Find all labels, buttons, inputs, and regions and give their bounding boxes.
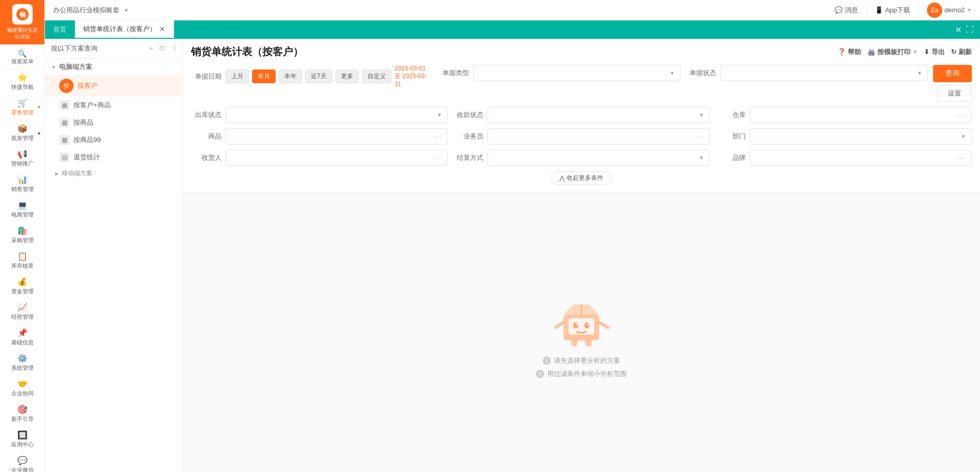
export-btn[interactable]: ⬇ 导出 — [924, 48, 945, 57]
out-status-field[interactable]: ▼ — [226, 107, 448, 123]
sidebar-item-sales[interactable]: 📊 销售管理 — [0, 171, 44, 197]
date-btn-7days[interactable]: 近7天 — [305, 69, 332, 83]
sidebar-item-newbie[interactable]: 🎯 新手引导 — [0, 401, 44, 427]
out-status-arrow-icon: ▼ — [436, 112, 442, 118]
date-btn-custom[interactable]: 自定义 — [362, 69, 391, 83]
filter-row2: 出库状态 ▼ 收款状态 ▼ 仓库 — [191, 107, 972, 123]
mobile-scheme-group-header[interactable]: ▶ 移动端方案 — [45, 166, 182, 181]
help-btn[interactable]: ❓ 帮助 — [838, 48, 861, 57]
sidebar-item-wholesale[interactable]: 📦 批发管理 ▲ — [0, 120, 44, 146]
logo-text: 畅捷通好生意 — [7, 27, 38, 33]
department-field[interactable]: ▼ — [750, 128, 972, 145]
sidebar-item-system[interactable]: ⚙️ 系统管理 — [0, 350, 44, 375]
sidebar-item-finance[interactable]: 💰 资金管理 — [0, 273, 44, 299]
filter-title: 销货单统计表（按客户） ❓ 帮助 🖨️ 按模板打印 ▼ ⬇ — [191, 45, 972, 59]
sidebar-item-retail[interactable]: 🛒 零售管理 ▼ — [0, 95, 44, 120]
date-btn-last-month[interactable]: 上月 — [226, 69, 249, 83]
print-icon: 🖨️ — [867, 48, 875, 56]
sidebar-item-enterprise[interactable]: 🤝 企业协同 — [0, 375, 44, 401]
empty-tip1: 1 请先选择要分析的方案 — [543, 356, 620, 365]
retail-icon: 🛒 — [17, 98, 28, 108]
by-goods-icon: ▦ — [59, 117, 69, 128]
department-arrow-icon: ▼ — [961, 133, 966, 139]
by-goods-label: 按商品 — [74, 118, 93, 127]
goods-field[interactable]: ··· — [226, 128, 448, 145]
sidebar-item-shortcuts[interactable]: ⭐ 快捷导航 — [0, 69, 44, 95]
query-button[interactable]: 查询 — [933, 65, 972, 82]
export-icon: ⬇ — [924, 48, 929, 56]
mobile-scheme-group: ▶ 移动端方案 — [45, 166, 182, 181]
date-btn-this-year[interactable]: 本年 — [279, 69, 302, 83]
messages-btn[interactable]: 💬 消息 — [835, 6, 858, 15]
tab-home[interactable]: 首页 — [45, 20, 75, 39]
sidebar-item-operation[interactable]: 📈 经营管理 — [0, 299, 44, 324]
scheme-item-by-customer-goods[interactable]: ▦ 按客户+商品 — [45, 97, 182, 114]
settings-scheme-icon[interactable]: ⊙ — [159, 44, 165, 53]
date-btn-more[interactable]: 更多 — [335, 69, 359, 83]
sidebar-item-inventory[interactable]: 📋 库存核算 — [0, 248, 44, 273]
sidebar-item-appcenter[interactable]: 🔲 应用中心 — [0, 427, 44, 452]
collapse-btn[interactable]: ⋀ 收起更多条件 — [551, 171, 612, 185]
sidebar-item-purchase[interactable]: 🛍️ 采购管理 — [0, 222, 44, 248]
mobile-icon: 📱 — [875, 6, 883, 14]
doc-type-arrow-icon: ▼ — [669, 70, 675, 76]
scheme-item-by-goods[interactable]: ▦ 按商品 — [45, 114, 182, 131]
tab-minimize-icon[interactable]: ✕ — [955, 25, 962, 35]
out-status-label: 出库状态 — [191, 110, 222, 120]
pc-group-label: 电脑端方案 — [59, 62, 92, 72]
svg-point-8 — [576, 323, 578, 325]
add-scheme-icon[interactable]: ＋ — [148, 44, 155, 53]
template-print-btn[interactable]: 🖨️ 按模板打印 ▼ — [867, 48, 918, 57]
collect-status-field[interactable]: ▼ — [487, 107, 709, 123]
tab-bar: 首页 销货单统计表（按客户） ✕ ✕ ⛶ — [45, 20, 980, 39]
header-right: 💬 消息 📱 App下载 Ea demo2 ▼ — [835, 3, 972, 18]
collect-status-arrow-icon: ▼ — [699, 112, 704, 118]
settlement-arrow-icon: ▼ — [699, 155, 704, 161]
date-filter-group: 上月 本月 本年 近7天 更多 自定义 2023-03-01 至 2023-03… — [226, 65, 433, 88]
settings-button[interactable]: 设置 — [937, 85, 972, 102]
user-menu-btn[interactable]: Ea demo2 ▼ — [927, 3, 972, 18]
svg-rect-5 — [569, 318, 594, 335]
doc-status-field[interactable]: ▼ — [720, 65, 928, 81]
settlement-label: 结算方式 — [453, 153, 483, 162]
warehouse-field[interactable]: ··· — [750, 107, 972, 123]
consignee-field[interactable]: ··· — [226, 150, 448, 166]
sidebar-item-basic[interactable]: 📌 基础信息 — [0, 324, 44, 350]
goods-cell: 商品 ··· — [191, 128, 448, 145]
return-stat-icon: ▤ — [59, 152, 69, 162]
purchase-icon: 🛍️ — [17, 226, 28, 235]
scheme-item-by-customer[interactable]: 按 按客户 — [45, 75, 182, 97]
brand-field[interactable]: ··· — [750, 150, 972, 166]
page-title: 销货单统计表（按客户） — [191, 45, 303, 59]
wholesale-icon: 📦 — [17, 124, 28, 133]
tab-close-icon[interactable]: ✕ — [159, 26, 165, 33]
scheme-item-by-goods-99[interactable]: ▦ 按商品99 — [45, 131, 182, 149]
app-download-btn[interactable]: 📱 App下载 — [875, 6, 910, 15]
sidebar-item-corpwechat[interactable]: 💬 企业微信 — [0, 452, 44, 472]
sales-icon: 📊 — [17, 175, 28, 184]
pc-scheme-group-header[interactable]: ▼ 电脑端方案 — [45, 59, 182, 75]
newbie-icon: 🎯 — [17, 405, 28, 414]
settlement-field[interactable]: ▼ — [487, 150, 709, 166]
tab-expand-icon[interactable]: ⛶ — [966, 25, 974, 34]
doc-status-arrow-icon: ▼ — [917, 70, 922, 76]
salesperson-field[interactable]: ··· — [487, 128, 709, 145]
scheme-item-return-stat[interactable]: ▤ 退货统计 — [45, 149, 182, 166]
sidebar-item-ecommerce[interactable]: 💻 电商管理 — [0, 197, 44, 222]
left-panel-title: 按以下方案查询 — [51, 44, 144, 53]
date-btn-this-month[interactable]: 本月 — [252, 69, 276, 83]
doc-type-field[interactable]: ▼ — [473, 65, 681, 81]
content-area: 按以下方案查询 ＋ ⊙ 《 ▼ 电脑端方案 按 按客户 ▦ — [45, 39, 980, 472]
finance-icon: 💰 — [17, 277, 28, 287]
sidebar-item-marketing[interactable]: 📢 营销推广 — [0, 146, 44, 171]
salesperson-label: 业务员 — [453, 132, 483, 141]
salesperson-cell: 业务员 ··· — [453, 128, 709, 145]
tab-spacer — [174, 20, 949, 39]
sidebar-search[interactable]: 🔍 搜索菜单 — [0, 44, 44, 69]
salesperson-dots-icon: ··· — [695, 132, 704, 140]
refresh-btn[interactable]: ↻ 刷新 — [951, 48, 972, 57]
tab-sales-stat[interactable]: 销货单统计表（按客户） ✕ — [75, 20, 174, 39]
collapse-panel-icon[interactable]: 《 — [169, 44, 176, 53]
user-dropdown-icon: ▼ — [967, 7, 972, 13]
out-status-cell: 出库状态 ▼ — [191, 107, 448, 123]
